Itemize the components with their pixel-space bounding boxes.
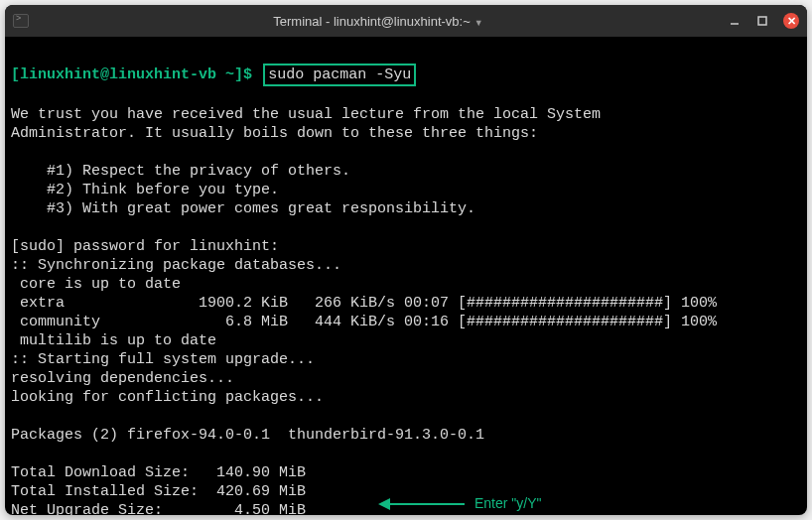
- output-line: multilib is up to date: [11, 332, 216, 349]
- window-title: Terminal - linuxhint@linuxhint-vb:~: [273, 14, 471, 29]
- maximize-button[interactable]: [755, 14, 769, 28]
- output-line: #3) With great power comes great respons…: [11, 200, 475, 217]
- output-line: #1) Respect the privacy of others.: [11, 163, 350, 180]
- output-line: Administrator. It usually boils down to …: [11, 125, 538, 142]
- annotation-label: Enter "y/Y": [474, 494, 542, 513]
- prompt-open-bracket: [: [11, 66, 20, 83]
- terminal-body[interactable]: [linuxhint@linuxhint-vb ~]$ sudo pacman …: [5, 37, 807, 515]
- output-line: core is up to date: [11, 276, 181, 293]
- output-line: #2) Think before you type.: [11, 182, 279, 198]
- command-text: sudo pacman -Syu: [268, 66, 411, 83]
- output-line: extra 1900.2 KiB 266 KiB/s 00:07 [######…: [11, 295, 717, 312]
- command-highlight: sudo pacman -Syu: [263, 64, 416, 86]
- annotation: Enter "y/Y": [390, 494, 542, 513]
- prompt-symbol: $: [243, 66, 252, 83]
- close-button[interactable]: ✕: [783, 13, 799, 29]
- chevron-down-icon[interactable]: ▼: [474, 18, 483, 28]
- arrow-icon: [390, 503, 465, 505]
- output-line: Total Installed Size: 420.69 MiB: [11, 483, 306, 500]
- terminal-icon: [13, 14, 29, 28]
- output-line: resolving dependencies...: [11, 370, 234, 387]
- terminal-window: Terminal - linuxhint@linuxhint-vb:~▼ ✕ […: [5, 5, 807, 515]
- titlebar[interactable]: Terminal - linuxhint@linuxhint-vb:~▼ ✕: [5, 5, 807, 37]
- prompt-close-bracket: ]: [234, 66, 243, 83]
- minimize-button[interactable]: [728, 14, 742, 28]
- svg-rect-1: [758, 17, 766, 25]
- output-line: :: Starting full system upgrade...: [11, 351, 315, 368]
- output-line: :: Synchronizing package databases...: [11, 257, 341, 274]
- prompt-cwd: ~: [216, 66, 234, 83]
- output-line: community 6.8 MiB 444 KiB/s 00:16 [#####…: [11, 314, 717, 330]
- output-line: Net Upgrade Size: 4.50 MiB: [11, 502, 306, 515]
- output-line: [sudo] password for linuxhint:: [11, 238, 279, 255]
- output-line: Packages (2) firefox-94.0-0.1 thunderbir…: [11, 427, 484, 444]
- output-line: We trust you have received the usual lec…: [11, 106, 601, 123]
- prompt-user-host: linuxhint@linuxhint-vb: [20, 66, 216, 83]
- output-line: looking for conflicting packages...: [11, 389, 324, 406]
- output-line: Total Download Size: 140.90 MiB: [11, 464, 306, 481]
